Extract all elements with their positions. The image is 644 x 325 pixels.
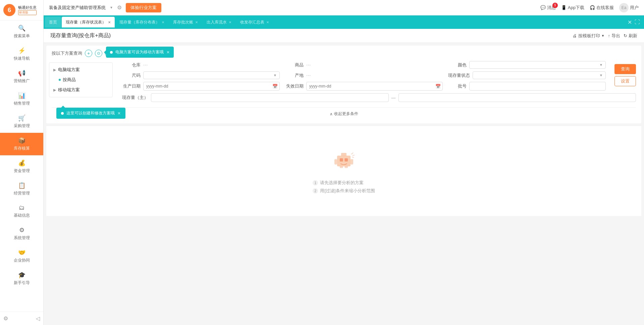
- stock-main-from-input[interactable]: [151, 93, 389, 102]
- tab-inventory-status[interactable]: 现存量（库存状况表） ✕: [62, 17, 115, 28]
- filter-row-1: 仓库 ··· 商品 ··· 颜色 ▼: [122, 61, 606, 69]
- content-area: 现存量查询(按仓库+商品) 🖨 按模板打印 ▼ ↑ 导出 ↻ 刷新: [44, 29, 644, 325]
- search-button[interactable]: 查询: [614, 64, 636, 74]
- online-support-item[interactable]: 🎧 在线客服: [590, 5, 614, 11]
- sidebar-item-basic[interactable]: 🗂 基础信息: [0, 200, 43, 222]
- sidebar-item-system[interactable]: ⚙ 系统管理: [0, 222, 43, 245]
- close-tab-inventory-status[interactable]: ✕: [108, 20, 111, 24]
- close-tab-batch-ledger[interactable]: ✕: [195, 20, 198, 24]
- size-dropdown-arrow: ▼: [273, 73, 277, 77]
- search-menu-icon: 🔍: [18, 24, 25, 32]
- svg-line-10: [353, 155, 355, 156]
- tree-item-by-product[interactable]: 按商品: [49, 75, 112, 85]
- stock-main-label: 现存量（主）: [122, 95, 148, 101]
- production-date-label: 生产日期: [122, 83, 141, 89]
- color-select[interactable]: ▼: [469, 61, 606, 69]
- warehouse-dots-btn[interactable]: ···: [143, 62, 148, 68]
- collapse-sidebar-btn[interactable]: ◁: [36, 315, 40, 322]
- warehouse-label: 仓库: [122, 62, 141, 68]
- svg-line-11: [352, 157, 354, 158]
- svg-rect-6: [351, 159, 353, 164]
- expiry-date-start-input[interactable]: [306, 82, 443, 91]
- sidebar-item-guide[interactable]: 🎓 新手引导: [0, 267, 43, 290]
- user-label: 用户: [630, 5, 639, 11]
- refresh-btn[interactable]: ↻ 刷新: [624, 33, 637, 39]
- sidebar-item-enterprise[interactable]: 🤝 企业协同: [0, 245, 43, 267]
- sidebar-item-marketing[interactable]: 📢 营销推广: [0, 65, 43, 88]
- settings-footer-btn[interactable]: ⚙: [3, 315, 8, 322]
- svg-rect-1: [340, 158, 343, 162]
- close-all-tabs-btn[interactable]: ✕: [628, 19, 632, 25]
- app-download-item[interactable]: 📱 App下载: [561, 5, 584, 11]
- sidebar-item-search-menu[interactable]: 🔍 搜索菜单: [0, 20, 43, 43]
- origin-label: 产地: [285, 72, 304, 78]
- search-buttons: 查询 设置: [614, 64, 636, 86]
- collapse-conditions-btn[interactable]: ∧ 收起更多条件: [330, 111, 358, 117]
- sidebar-item-operations[interactable]: 📋 经营管理: [0, 178, 43, 200]
- tooltip-close-btn[interactable]: ✕: [166, 50, 170, 55]
- message-badge: 9: [552, 3, 558, 8]
- close-tab-inventory-dist[interactable]: ✕: [162, 20, 164, 24]
- empty-tip-2: 2 用[过滤]条件来缩小分析范围: [313, 188, 375, 194]
- purchase-icon: 🛒: [18, 114, 25, 122]
- origin-dots-btn[interactable]: ···: [306, 72, 311, 78]
- setting-button[interactable]: 设置: [614, 76, 636, 86]
- add-scheme-btn[interactable]: +: [85, 50, 92, 57]
- online-support-label: 在线客服: [596, 5, 614, 11]
- export-btn[interactable]: ↑ 导出: [608, 33, 621, 39]
- filter-row-4: 现存量（主） —: [122, 93, 636, 102]
- fullscreen-btn[interactable]: ⛶: [635, 19, 640, 25]
- message-item[interactable]: 💬 消息 9: [540, 5, 556, 11]
- tree-item-mobile[interactable]: ▶ 移动端方案: [49, 85, 112, 95]
- expiry-date-start: 📅: [306, 82, 443, 91]
- template-print-btn[interactable]: 🖨 按模板打印 ▼: [573, 33, 605, 39]
- sidebar-item-inventory[interactable]: 📦 库存核算: [0, 133, 43, 155]
- sidebar-item-sales[interactable]: 📊 销售管理: [0, 88, 43, 110]
- headset-icon: 🎧: [590, 5, 595, 10]
- svg-rect-2: [344, 158, 348, 162]
- tab-in-out-flow[interactable]: 出入库流水 ✕: [203, 17, 235, 28]
- close-tab-collect-report[interactable]: ✕: [266, 20, 269, 24]
- sidebar-item-label: 营销推广: [14, 78, 30, 84]
- empty-illustration: [330, 146, 357, 173]
- app-download-label: App下载: [568, 5, 584, 11]
- close-tab-in-out-flow[interactable]: ✕: [229, 20, 231, 24]
- main-area: 装备及固定资产辅助管理系统 ▼ ⚙ 体验行业方案 💬 消息 9 📱 App下载 …: [44, 0, 644, 325]
- system-icon: ⚙: [19, 226, 24, 234]
- tree-item-desktop[interactable]: ▶ 电脑端方案: [49, 65, 112, 75]
- scheme-tree-dropdown: ▶ 电脑端方案 按商品 ▶ 移动端方案: [49, 62, 113, 97]
- tab-home[interactable]: 首页: [45, 17, 61, 28]
- collapse-bar: ∧ 收起更多条件: [52, 107, 636, 117]
- production-date-start-input[interactable]: [143, 82, 280, 91]
- product-dots-btn[interactable]: ···: [306, 62, 311, 68]
- user-item[interactable]: Ea 用户: [619, 3, 639, 12]
- sidebar-item-quick-nav[interactable]: ⚡ 快速导航: [0, 43, 43, 65]
- expiry-date-label: 失效日期: [285, 83, 304, 89]
- tab-batch-ledger[interactable]: 库存批次账 ✕: [169, 17, 202, 28]
- size-select[interactable]: ▼: [143, 71, 280, 79]
- tab-inventory-dist[interactable]: 现存量（库存分布表） ✕: [115, 17, 168, 28]
- tooltip2-close-btn[interactable]: ✕: [117, 111, 121, 116]
- field-origin: 产地 ···: [285, 71, 443, 79]
- batch-input[interactable]: [469, 82, 606, 91]
- filter-row-2: 尺码 ▼ 产地 ··· 现存量状态 ▼: [122, 71, 606, 79]
- inventory-status-select[interactable]: ▼: [473, 71, 606, 79]
- industry-solution-button[interactable]: 体验行业方案: [126, 3, 161, 12]
- tab-collect-report[interactable]: 收发存汇总表 ✕: [236, 17, 273, 28]
- settings-gear-icon[interactable]: ⚙: [117, 4, 122, 11]
- sidebar-item-purchase[interactable]: 🛒 采购管理: [0, 110, 43, 133]
- sidebar-item-label: 资金管理: [14, 168, 30, 174]
- tooltip-create-scheme: 这里可以创建和修改方案哦 ✕: [56, 108, 125, 119]
- enterprise-icon: 🤝: [18, 249, 25, 256]
- selected-dot-icon: [59, 79, 61, 81]
- stock-main-to-input[interactable]: [398, 93, 636, 102]
- svg-line-9: [351, 153, 353, 154]
- print-icon: 🖨: [573, 33, 577, 38]
- home-tab-label: 首页: [49, 19, 57, 25]
- field-production-date: 生产日期 📅: [122, 82, 280, 91]
- copy-scheme-btn[interactable]: ⊙ 电脑方案可设为移动方案哦 ✕: [95, 50, 102, 57]
- field-size: 尺码 ▼: [122, 71, 280, 79]
- sidebar-item-finance[interactable]: 💰 资金管理: [0, 155, 43, 178]
- mobile-icon: 📱: [561, 5, 567, 10]
- svg-rect-8: [344, 166, 348, 168]
